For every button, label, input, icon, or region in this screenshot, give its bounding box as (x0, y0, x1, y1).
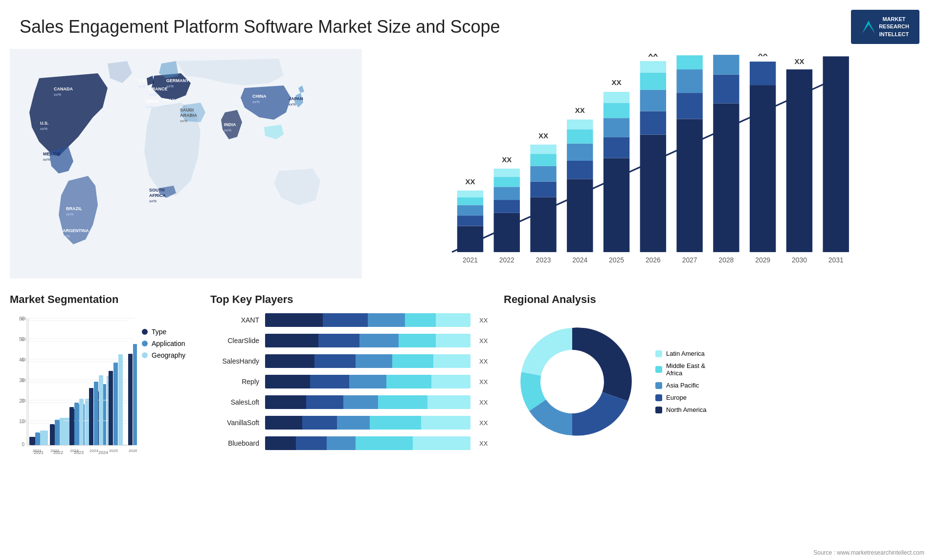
svg-rect-60 (567, 144, 593, 161)
seg2 (296, 436, 327, 450)
regional-section: Regional Analysis Lati (504, 293, 929, 557)
svg-text:xx%: xx% (40, 127, 47, 131)
hbar-val-salesloft: XX (479, 399, 494, 406)
hbar-row-clearslide: ClearSlide XX (210, 334, 494, 347)
segmentation-section: Market Segmentation 60 50 40 30 20 10 0 (10, 293, 201, 557)
segmentation-chart-clean: 60 50 40 30 20 10 (10, 313, 137, 470)
svg-text:2025: 2025 (609, 256, 624, 264)
seg5 (421, 416, 470, 430)
svg-text:CHINA: CHINA (252, 94, 267, 99)
seg4 (399, 334, 436, 347)
growth-chart-section: XX 2021 XX 2022 XX 2023 XX 20 (372, 49, 929, 288)
svg-text:xx%: xx% (224, 128, 231, 132)
seg1 (265, 395, 306, 409)
svg-text:SAUDI: SAUDI (180, 108, 194, 112)
svg-text:xx%: xx% (252, 100, 260, 104)
key-players-section: Top Key Players XANT XX ClearSlide (210, 293, 494, 557)
svg-text:2026: 2026 (129, 449, 137, 453)
svg-rect-46 (494, 187, 520, 200)
donut-chart (504, 313, 641, 450)
svg-text:XX: XX (575, 106, 585, 114)
svg-rect-153 (69, 407, 74, 445)
svg-rect-68 (604, 103, 629, 118)
svg-rect-165 (128, 354, 133, 445)
svg-text:GERMANY: GERMANY (166, 78, 189, 83)
svg-rect-79 (676, 119, 702, 252)
svg-text:2022: 2022 (50, 449, 59, 453)
hbar-track-clearslide (265, 334, 470, 347)
europe-dot (655, 394, 662, 401)
svg-text:xx%: xx% (43, 157, 50, 162)
svg-text:ARGENTINA: ARGENTINA (63, 228, 89, 233)
svg-rect-150 (55, 420, 59, 445)
svg-text:JAPAN: JAPAN (289, 96, 303, 101)
hbar-row-xant: XANT XX (210, 313, 494, 327)
seg3 (337, 416, 370, 430)
svg-text:2031: 2031 (828, 256, 844, 264)
hbar-track-vanillasoft (265, 416, 470, 430)
hbar-chart: XANT XX ClearSlide (210, 313, 494, 450)
svg-text:BRAZIL: BRAZIL (66, 206, 82, 211)
svg-text:2021: 2021 (463, 256, 478, 264)
latin-america-label: Latin America (666, 350, 705, 357)
europe-label: Europe (666, 394, 687, 401)
svg-text:xx%: xx% (66, 212, 73, 216)
svg-text:FRANCE: FRANCE (149, 86, 168, 91)
svg-rect-157 (89, 388, 93, 445)
seg5 (413, 436, 470, 450)
seg5 (431, 375, 470, 388)
svg-point-168 (540, 350, 604, 413)
seg5 (436, 334, 470, 347)
svg-text:XX: XX (466, 177, 475, 186)
world-map: CANADA xx% U.S. xx% MEXICO xx% BRAZIL xx… (10, 49, 362, 279)
svg-rect-146 (35, 432, 40, 445)
seg3 (343, 395, 378, 409)
hbar-row-blueboard: Blueboard XX (210, 436, 494, 450)
svg-rect-163 (118, 354, 123, 445)
svg-text:XX: XX (612, 78, 622, 86)
svg-rect-75 (640, 72, 666, 89)
svg-rect-61 (567, 129, 593, 144)
svg-text:xx%: xx% (149, 92, 156, 97)
svg-rect-80 (676, 93, 702, 119)
svg-rect-76 (640, 61, 666, 73)
north-america-label: North America (666, 406, 706, 413)
seg2 (314, 354, 356, 368)
svg-rect-162 (113, 363, 118, 445)
svg-rect-58 (567, 179, 593, 252)
svg-rect-52 (530, 182, 556, 197)
legend-item-application: Application (142, 340, 185, 347)
hbar-val-vanillasoft: XX (479, 419, 494, 427)
svg-rect-44 (494, 213, 520, 252)
hbar-row-salesloft: SalesLoft XX (210, 395, 494, 409)
svg-text:50: 50 (21, 337, 26, 342)
segmentation-title: Market Segmentation (10, 293, 201, 306)
seg5 (427, 395, 470, 409)
svg-rect-65 (604, 158, 629, 252)
logo-area: MARKET RESEARCH INTELLECT (851, 10, 919, 44)
svg-rect-48 (494, 169, 520, 177)
svg-rect-66 (604, 137, 629, 158)
hbar-row-reply: Reply XX (210, 375, 494, 388)
svg-text:20: 20 (21, 398, 26, 403)
svg-rect-81 (676, 69, 702, 93)
seg3 (359, 334, 399, 347)
svg-rect-67 (604, 118, 629, 137)
svg-text:2024: 2024 (89, 449, 98, 453)
legend-type-label: Type (152, 328, 166, 336)
regional-title: Regional Analysis (504, 293, 929, 306)
legend-asia-pacific: Asia Pacific (655, 382, 706, 389)
svg-rect-82 (676, 55, 702, 69)
seg2 (302, 416, 337, 430)
svg-text:2023: 2023 (70, 449, 79, 453)
svg-rect-86 (713, 75, 739, 104)
svg-rect-155 (79, 399, 84, 445)
hbar-track-reply (265, 375, 470, 388)
seg3 (356, 354, 393, 368)
svg-rect-73 (640, 111, 666, 135)
source-text: Source : www.marketresearchintellect.com (813, 549, 924, 556)
donut-container: Latin America Middle East &Africa Asia P… (504, 313, 929, 450)
application-dot (142, 341, 148, 346)
header: Sales Engagement Platform Software Marke… (0, 0, 939, 49)
svg-rect-94 (786, 69, 812, 252)
